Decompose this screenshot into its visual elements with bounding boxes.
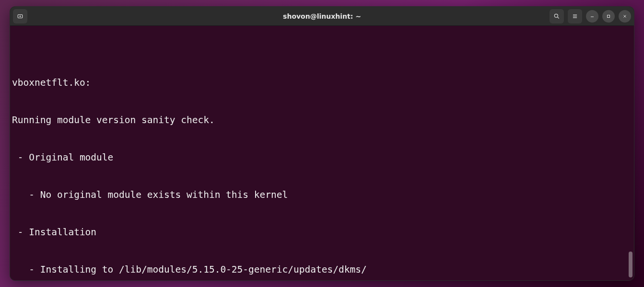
svg-line-4 — [558, 17, 559, 18]
minimize-button[interactable] — [586, 10, 598, 23]
titlebar: shovon@linuxhint: ~ — [10, 7, 634, 26]
new-tab-button[interactable] — [13, 9, 27, 23]
output-line: vboxnetflt.ko: — [12, 77, 632, 89]
new-tab-icon — [17, 13, 23, 20]
output-line: - Installing to /lib/modules/5.15.0-25-g… — [12, 264, 632, 276]
output-line: - Original module — [12, 151, 632, 164]
terminal-output: vboxnetflt.ko: Running module version sa… — [12, 52, 632, 280]
maximize-button[interactable] — [602, 10, 615, 23]
window-title: shovon@linuxhint: ~ — [10, 12, 634, 20]
minimize-icon — [589, 13, 595, 19]
svg-rect-9 — [608, 15, 610, 17]
maximize-icon — [606, 13, 611, 19]
search-icon — [553, 13, 560, 20]
hamburger-menu-button[interactable] — [568, 9, 582, 23]
hamburger-icon — [572, 13, 578, 20]
output-line: - Installation — [12, 226, 632, 239]
output-line: - No original module exists within this … — [12, 189, 632, 201]
terminal-body[interactable]: vboxnetflt.ko: Running module version sa… — [10, 26, 634, 280]
terminal-window: shovon@linuxhint: ~ vboxnetflt.ko: Runni… — [10, 6, 634, 281]
close-icon — [622, 13, 628, 19]
svg-point-3 — [554, 14, 558, 17]
close-button[interactable] — [619, 10, 631, 23]
scrollbar-thumb[interactable] — [629, 252, 632, 277]
search-button[interactable] — [550, 9, 564, 23]
output-line: Running module version sanity check. — [12, 114, 632, 126]
